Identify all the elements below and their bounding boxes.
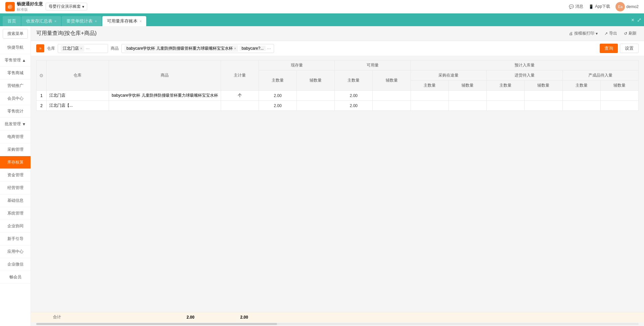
- sidebar-item-member[interactable]: 会员中心: [0, 92, 31, 105]
- sidebar-item-retail-stats[interactable]: 零售统计: [0, 105, 31, 118]
- app-center-label: 应用中心: [7, 249, 23, 254]
- maximize-icon[interactable]: ⤢: [637, 17, 641, 23]
- warehouse-tag-remove[interactable]: ×: [80, 46, 82, 50]
- arrow-up-icon: ▲: [22, 58, 26, 63]
- avatar: Ea: [615, 2, 625, 11]
- print-label: 按模板打印: [574, 31, 594, 36]
- product-tag-remove[interactable]: ×: [234, 46, 236, 50]
- tab-order-close[interactable]: ×: [95, 19, 97, 23]
- footer-label: 合计: [36, 314, 177, 320]
- settings-btn[interactable]: 设置: [620, 44, 639, 53]
- tab-inventory-close[interactable]: ×: [140, 19, 142, 23]
- export-label: 导出: [609, 31, 617, 36]
- basic-info-label: 基础信息: [7, 198, 23, 203]
- scrollbar-thumb[interactable]: [36, 323, 277, 325]
- tab-home[interactable]: 首页: [3, 16, 21, 26]
- export-btn[interactable]: ↗ 导出: [602, 30, 619, 37]
- tab-receive[interactable]: 收发存汇总表 ×: [21, 16, 61, 26]
- row-avail-main: 2.00: [335, 101, 373, 111]
- brand-info: 畅捷通好生意 标准版: [17, 1, 43, 12]
- table-row: 2 江北门店【... 2.00 2.00: [37, 101, 639, 111]
- guide-label: 新手引导: [7, 236, 23, 242]
- incoming-aux-header: 辅数量: [525, 81, 562, 91]
- page-title: 可用量查询(按仓库+商品): [36, 30, 97, 37]
- product-tag2-value: babycare?...: [241, 46, 264, 51]
- page-header: 可用量查询(按仓库+商品) 🖨 按模板打印 ▾ ↗ 导出 ↺ 刷新: [31, 26, 644, 41]
- user-name: demo2: [626, 4, 639, 9]
- print-btn[interactable]: 🖨 按模板打印 ▾: [567, 30, 600, 37]
- product-sub-header: 产成品待入量: [562, 71, 638, 81]
- row-warehouse: 江北门店: [47, 91, 109, 101]
- sidebar-item-wechat[interactable]: 企业微信: [0, 258, 31, 271]
- user-area[interactable]: Ea demo2: [615, 2, 639, 11]
- row-stock-aux: [297, 91, 335, 101]
- brand-sub: 标准版: [17, 7, 43, 12]
- member2-label: 畅会员: [9, 274, 21, 280]
- row-stock-aux: [297, 101, 335, 111]
- sidebar-item-online-store[interactable]: 零售商城: [0, 67, 31, 80]
- table-row: 1 江北门店 babycare学饮杯 儿童防摔防撞吸管杯重力球吸嘴杯宝宝水杯 个…: [37, 91, 639, 101]
- sidebar-item-finance[interactable]: 资金管理: [0, 169, 31, 182]
- retail-mgmt-label: 零售管理: [5, 57, 21, 63]
- nav-tabs-right: × ⤢: [631, 17, 641, 23]
- app-download-btn[interactable]: 📱 App下载: [589, 4, 610, 9]
- row-avail-main: 2.00: [335, 91, 373, 101]
- sidebar-item-collaboration[interactable]: 企业协同: [0, 220, 31, 233]
- warehouse-dots[interactable]: ···: [86, 46, 90, 51]
- sidebar-item-inventory[interactable]: 库存核算: [0, 156, 31, 169]
- marketing-label: 营销推广: [7, 83, 23, 89]
- tab-inventory[interactable]: 可用量库存账本 ×: [102, 16, 146, 26]
- inventory-label: 库存核算: [7, 159, 23, 165]
- product-filter[interactable]: babycare学饮杯 儿童防摔防撞吸管杯重力球吸嘴杯宝宝水杯 × babyca…: [121, 44, 274, 53]
- tab-receive-close[interactable]: ×: [54, 19, 56, 23]
- incoming-main-header: 主数量: [487, 81, 525, 91]
- stock-main-header: 主数量: [259, 71, 297, 91]
- wechat-label: 企业微信: [7, 262, 23, 267]
- product-dots[interactable]: ···: [267, 46, 271, 51]
- system-label: 系统管理: [7, 211, 23, 216]
- expand-icon: »: [39, 46, 42, 51]
- close-window-icon[interactable]: ×: [631, 17, 634, 23]
- sidebar-quick-nav[interactable]: 快捷导航: [0, 41, 31, 54]
- row-incoming-main: [487, 101, 525, 111]
- sidebar-nav: 零售管理 ▲ 零售商城 营销推广 会员中心 零售统计 批发管理 ▼ 电商管理: [0, 54, 31, 284]
- sidebar-item-retail-mgmt[interactable]: 零售管理 ▲: [0, 54, 31, 67]
- row-purchase-main: [411, 91, 448, 101]
- wholesale-label: 批发管理: [5, 121, 21, 127]
- arrow-down-icon: ▼: [22, 122, 26, 127]
- product-col-header: 商品: [109, 60, 221, 91]
- sidebar-item-operations[interactable]: 经营管理: [0, 182, 31, 194]
- template-selector[interactable]: 母婴行业演示账套 ▾: [46, 3, 87, 10]
- sidebar-item-app-center[interactable]: 应用中心: [0, 245, 31, 258]
- sidebar-item-purchase[interactable]: 采购管理: [0, 143, 31, 156]
- sidebar-item-guide[interactable]: 新手引导: [0, 233, 31, 245]
- row-purchase-main: [411, 101, 448, 111]
- sidebar-item-marketing[interactable]: 营销推广: [0, 80, 31, 92]
- query-btn[interactable]: 查询: [600, 44, 618, 53]
- message-btn[interactable]: 💬 消息: [569, 4, 583, 9]
- sidebar-item-system[interactable]: 系统管理: [0, 207, 31, 220]
- filter-expand-btn[interactable]: »: [36, 44, 44, 52]
- sidebar-item-wholesale[interactable]: 批发管理 ▼: [0, 118, 31, 131]
- warehouse-filter[interactable]: 江北门店 × ···: [58, 44, 108, 53]
- column-settings-icon[interactable]: ⚙: [39, 73, 44, 78]
- sidebar-item-basic-info[interactable]: 基础信息: [0, 194, 31, 207]
- refresh-label: 刷新: [629, 31, 637, 36]
- message-icon: 💬: [569, 4, 574, 9]
- sidebar-item-ecommerce[interactable]: 电商管理: [0, 131, 31, 143]
- sidebar-search-btn[interactable]: 搜索菜单: [3, 29, 28, 39]
- table-container: ⚙ 仓库 商品 主计量 现存量 可用量 预计入库量 主数量 辅数量 主数量 辅数…: [31, 56, 644, 312]
- row-purchase-aux: [448, 101, 486, 111]
- row-incoming-main: [487, 91, 525, 101]
- row-product-main: [562, 91, 600, 101]
- sidebar-item-member2[interactable]: 畅会员: [0, 271, 31, 284]
- tab-order[interactable]: 要货单统计表 ×: [62, 16, 101, 26]
- product-tag-value: babycare学饮杯 儿童防摔防撞吸管杯重力球吸嘴杯宝宝水杯: [126, 46, 233, 51]
- available-group-header: 可用量: [335, 60, 411, 71]
- main-layout: 搜索菜单 快捷导航 零售管理 ▲ 零售商城 营销推广 会员中心 零售统计 批发管…: [0, 26, 644, 326]
- avail-aux-header: 辅数量: [373, 71, 411, 91]
- row-stock-main: 2.00: [259, 101, 297, 111]
- data-table: ⚙ 仓库 商品 主计量 现存量 可用量 预计入库量 主数量 辅数量 主数量 辅数…: [36, 60, 639, 111]
- refresh-btn[interactable]: ↺ 刷新: [622, 30, 639, 37]
- footer-stock-main: 2.00: [177, 315, 204, 320]
